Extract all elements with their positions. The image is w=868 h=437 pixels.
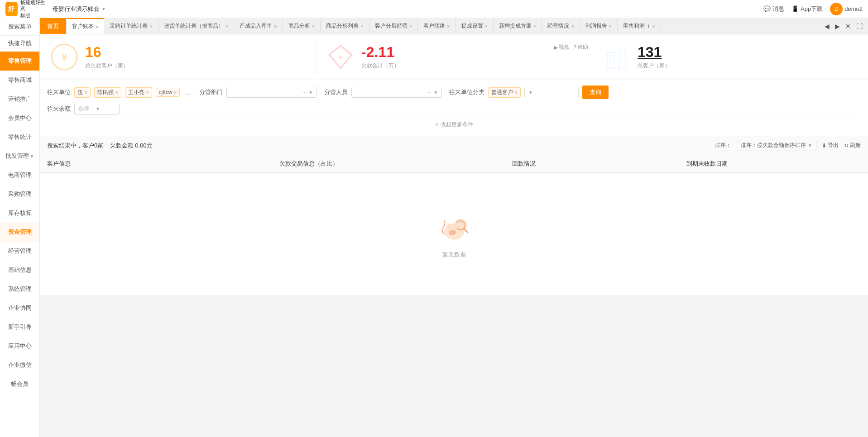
tab-close-icon[interactable]: × [533, 24, 536, 29]
sidebar-item-operations[interactable]: 经营管理 [0, 242, 39, 261]
stat-body-amount: -2.11 欠款合计（万） [361, 44, 399, 70]
sidebar-item-purchase[interactable]: 采购管理 [0, 185, 39, 204]
filter-person-select[interactable]: ··· ▼ [351, 87, 442, 98]
tab-customer-layer[interactable]: 客户分层经营 × [369, 18, 418, 34]
tab-close-icon[interactable]: × [609, 24, 612, 29]
tab-close-icon[interactable]: × [652, 24, 655, 29]
sort-select[interactable]: 排序：按欠款金额倒序排序 ▼ [737, 140, 816, 151]
filter-tag-remove-category[interactable]: × [515, 90, 518, 95]
top-bar: 好 畅捷通好生意 标版 母婴行业演示账套 ▼ 💬 消息 📱 App下载 D de… [0, 0, 868, 18]
tab-purchase-stats[interactable]: 进货单统计表（按商品） × [158, 18, 234, 34]
tab-operations[interactable]: 经营情况 × [542, 18, 580, 34]
stat-body-customers: 16 总欠款客户（家） [85, 44, 129, 70]
empty-state: 暂无数据 [40, 173, 868, 295]
results-bar: 搜索结果中，客户0家 欠款金额 0.00元 排序： 排序：按欠款金额倒序排序 ▼… [40, 136, 868, 155]
stat-label-amount: 欠款合计（万） [361, 62, 399, 70]
tab-retail-profit[interactable]: 零售利润（ × [618, 18, 661, 34]
tab-production-inbound[interactable]: 产成品入库单 × [234, 18, 283, 34]
download-icon: 📱 [791, 5, 799, 12]
filter-tag-remove-chen[interactable]: × [115, 90, 118, 95]
sidebar-quick-nav[interactable]: 快捷导航 [0, 36, 39, 52]
query-button[interactable]: 查询 [582, 86, 609, 99]
filter-remain-label: 往来余额 [47, 105, 71, 113]
sidebar-item-system[interactable]: 系统管理 [0, 280, 39, 299]
tab-close-icon[interactable]: × [360, 24, 363, 29]
tab-home[interactable]: 首页 [40, 18, 67, 34]
sidebar-item-enterprise[interactable]: 企业协同 [0, 299, 39, 318]
sidebar-item-wholesale[interactable]: 批发管理 ▼ [0, 147, 39, 166]
app-download-label: App下载 [801, 5, 823, 13]
sidebar-item-basic-info[interactable]: 基础信息 [0, 261, 39, 280]
stat-label-total: 总客户（家） [638, 62, 670, 70]
tab-close-icon[interactable]: × [571, 24, 574, 29]
filter-tag-remove-wang[interactable]: × [146, 90, 149, 95]
tab-profit-report[interactable]: 利润报告 × [580, 18, 618, 34]
tab-close-icon[interactable]: × [485, 24, 488, 29]
filter-category-select[interactable]: ▼ [524, 88, 579, 97]
tab-close-icon[interactable]: × [96, 24, 98, 29]
tab-close-icon[interactable]: × [225, 24, 228, 29]
stat-body-total: 131 总客户（家） [638, 44, 670, 70]
top-bar-right: 💬 消息 📱 App下载 D demo2 [763, 3, 863, 15]
stat-total-overdue-customers: ¥ 16 总欠款客户（家） [40, 40, 316, 74]
sidebar-search[interactable]: 搜索菜单 [0, 18, 39, 36]
help-icon: ? [573, 44, 576, 51]
app-download-button[interactable]: 📱 App下载 [791, 5, 823, 13]
sidebar-item-retail-management[interactable]: 零售管理 [0, 52, 39, 71]
filter-collapse-button[interactable]: ∧ 收起更多条件 [47, 119, 861, 130]
export-icon: ⬇ [822, 142, 826, 149]
filter-tag-remove-cjttcw[interactable]: × [174, 90, 177, 95]
more-tags-button[interactable]: ... [183, 88, 192, 97]
user-area[interactable]: D demo2 [830, 3, 863, 15]
table-header-due-date: 到期未收款日期 [686, 160, 861, 168]
filter-row-1: 往来单位 伍 × 陈民强 × 王小亮 × cjttcw [47, 86, 861, 99]
sidebar-item-inventory[interactable]: 库存核算 [0, 204, 39, 223]
sidebar-item-ecommerce[interactable]: 电商管理 [0, 166, 39, 185]
refresh-button[interactable]: ↻ 刷新 [844, 142, 861, 149]
message-button[interactable]: 💬 消息 [763, 5, 784, 13]
stat-value-amount: -2.11 [361, 44, 399, 60]
sidebar-item-finance[interactable]: 资金管理 [0, 223, 39, 242]
tab-purchase-order-stats[interactable]: 采购订单统计表 × [104, 18, 158, 34]
tab-close-icon[interactable]: × [149, 24, 152, 29]
filter-remain-select[interactable]: 选择... ▼ [74, 103, 120, 115]
filter-dept-label: 分管部门 [199, 88, 223, 96]
stat-value-total: 131 [638, 44, 670, 60]
sidebar-item-retail-mall[interactable]: 零售商城 [0, 71, 39, 90]
sidebar-item-retail-stats[interactable]: 零售统计 [0, 128, 39, 147]
sidebar-item-wechat[interactable]: 企业微信 [0, 356, 39, 375]
help-button[interactable]: ? 帮助 [573, 43, 588, 51]
tab-product-analysis[interactable]: 商品分析 × [283, 18, 321, 34]
tab-close-icon[interactable]: × [447, 24, 450, 29]
sidebar-item-member[interactable]: 畅会员 [0, 375, 39, 394]
sidebar-item-guide[interactable]: 新手引导 [0, 318, 39, 337]
results-actions: 排序： 排序：按欠款金额倒序排序 ▼ ⬇ 导出 ↻ 刷新 [715, 140, 861, 151]
tab-commission-settings[interactable]: 提成设置 × [456, 18, 494, 34]
sidebar-item-app-center[interactable]: 应用中心 [0, 337, 39, 356]
table-header: 客户信息 欠款交易信息（占比） 回款情况 到期未收款日期 [40, 155, 868, 173]
tab-new-commission[interactable]: 新增提成方案 × [494, 18, 542, 34]
filter-dept-select[interactable]: ··· ▼ [226, 87, 317, 98]
filter-tag-remove-wu[interactable]: × [85, 90, 87, 95]
tab-customer-ledger[interactable]: 客户账本 × [67, 18, 104, 34]
tab-close-icon[interactable]: × [312, 24, 315, 29]
tab-close-icon[interactable]: × [274, 24, 277, 29]
tab-customer-contact[interactable]: 客户联络 × [418, 18, 456, 34]
main-layout: 搜索菜单 快捷导航 零售管理 零售商城 营销推广 会员中心 零售统计 批发管理 … [0, 18, 868, 437]
store-selector[interactable]: 母婴行业演示账套 ▼ [49, 3, 110, 15]
tab-product-analysis-list[interactable]: 商品分析列表 × [321, 18, 369, 34]
svg-point-14 [449, 230, 456, 235]
logo-text: 畅捷通好生意 标版 [20, 0, 45, 19]
dept-chevron-icon: ▼ [308, 90, 313, 95]
tab-fullscreen-icon[interactable]: ⛶ [854, 22, 864, 31]
tab-next-icon[interactable]: ▶ [833, 22, 842, 31]
sidebar-item-member-center[interactable]: 会员中心 [0, 109, 39, 128]
video-help-button[interactable]: ▶ 视频 [554, 43, 570, 51]
avatar: D [830, 3, 843, 15]
stat-total-overdue-amount: ✦ -2.11 欠款合计（万） ▶ 视频 ? 帮 [316, 40, 592, 74]
tab-close-icon[interactable]: × [409, 24, 412, 29]
sidebar-item-marketing[interactable]: 营销推广 [0, 90, 39, 109]
tab-close-all-icon[interactable]: ✕ [844, 22, 853, 31]
tab-prev-icon[interactable]: ◀ [823, 22, 831, 31]
export-button[interactable]: ⬇ 导出 [822, 142, 839, 149]
